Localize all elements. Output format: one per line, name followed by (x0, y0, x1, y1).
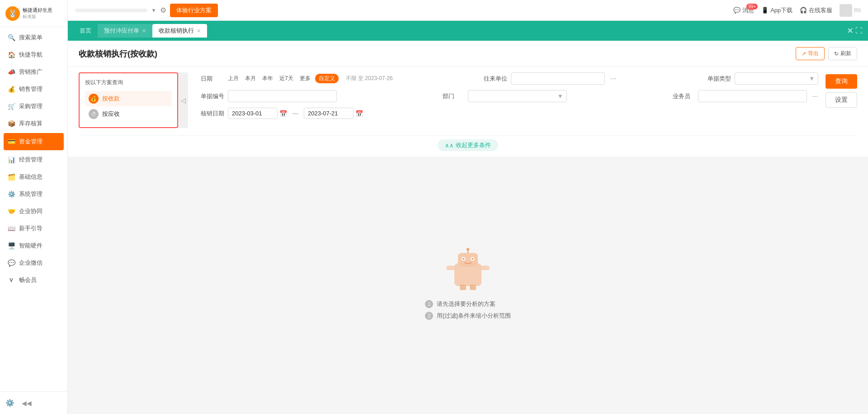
sidebar-item-hardware[interactable]: 🖥️ 智能硬件 (0, 237, 67, 254)
collapse-more-label: 收起更多条件 (456, 141, 491, 149)
topbar-search-display (75, 9, 147, 12)
logo-text-area: 畅捷通好生意 标准版 (23, 7, 52, 19)
refresh-btn[interactable]: ↻ 刷新 (828, 47, 857, 60)
filter-left-panel: 按以下方案查询 💰 按收款 ⏱ 按应收 (79, 72, 178, 128)
sidebar-item-search[interactable]: 🔍 搜索菜单 (0, 29, 67, 46)
tab-prepay-close[interactable]: ✕ (142, 28, 146, 34)
date-tag-custom[interactable]: 自定义 (315, 74, 339, 83)
verify-date-start-input[interactable] (228, 108, 278, 119)
sidebar-item-system[interactable]: ⚙️ 系统管理 (0, 186, 67, 203)
export-btn[interactable]: ↗ 导出 (796, 47, 825, 60)
dept-select[interactable] (468, 90, 567, 102)
sidebar-label-purchase: 采购管理 (19, 102, 42, 110)
voucher-no-input[interactable] (228, 90, 337, 102)
sidebar-item-finance[interactable]: 💳 资金管理 (4, 133, 64, 150)
collapse-sidebar-icon[interactable]: ◀◀ (22, 400, 32, 407)
sidebar-item-base[interactable]: 🗂️ 基础信息 (0, 168, 67, 186)
query-btn[interactable]: 查询 (826, 74, 857, 89)
export-label: 导出 (808, 50, 819, 57)
sidebar-nav: 🔍 搜索菜单 🏠 快捷导航 📣 营销推广 💰 销售管理 🛒 采购管理 📦 库存核… (0, 27, 67, 391)
voucher-type-wrapper: ▼ (735, 72, 818, 85)
date-tag-more[interactable]: 更多 (298, 74, 312, 83)
date-tag-7days[interactable]: 近7天 (278, 74, 295, 83)
counterpart-input[interactable] (511, 72, 604, 85)
empty-state: 1 请先选择要分析的方案 2 用[过滤]条件来缩小分析范围 (68, 157, 868, 414)
expand-btn[interactable]: ⛶ (855, 27, 863, 35)
date-tag-this-month[interactable]: 本月 (243, 74, 258, 83)
tab-verify[interactable]: 收款核销执行 ✕ (152, 24, 207, 38)
filter-option-by-receivable[interactable]: ⏱ 按应收 (85, 106, 172, 122)
header-actions: ↗ 导出 ↻ 刷新 (796, 47, 857, 67)
tab-home[interactable]: 首页 (73, 24, 98, 38)
sidebar-item-operation[interactable]: 📊 经营管理 (0, 151, 67, 168)
action-buttons: 查询 设置 (826, 74, 857, 108)
online-service-label: 在线客服 (809, 6, 832, 14)
date-quick-options: 上月 本月 本年 近7天 更多 自定义 (226, 74, 339, 83)
message-icon: 💬 (733, 7, 741, 14)
online-service-item[interactable]: 🎧 在线客服 (800, 6, 832, 14)
svg-rect-10 (446, 266, 455, 270)
setting-btn[interactable]: 设置 (826, 92, 857, 108)
sidebar-item-sales[interactable]: 💰 销售管理 (0, 81, 67, 98)
topbar-gear-icon[interactable]: ⚙ (160, 6, 166, 14)
operation-icon: 📊 (7, 156, 15, 164)
tab-home-label: 首页 (80, 27, 91, 35)
second-row: 单据编号 部门 ▼ (201, 90, 818, 102)
verify-date-start-wrap: 📅 (228, 108, 287, 119)
filter-panel-title: 按以下方案查询 (85, 79, 172, 86)
sidebar-item-marketing[interactable]: 📣 营销推广 (0, 63, 67, 81)
empty-hint2-text: 用[过滤]条件来缩小分析范围 (437, 312, 510, 320)
verify-date-end-input[interactable] (304, 108, 354, 119)
voucher-no-label: 单据编号 (201, 92, 224, 100)
staff-dots[interactable]: ··· (812, 92, 818, 100)
sidebar-item-guide[interactable]: 📖 新手引导 (0, 220, 67, 237)
close-all-btn[interactable]: ✕ (847, 26, 854, 36)
sidebar-label-marketing: 营销推广 (19, 68, 42, 76)
voucher-type-select[interactable] (735, 72, 818, 85)
refresh-label: 刷新 (840, 50, 851, 57)
topbar: ▼ ⚙ 体验行业方案 💬 消息 99+ 📱 App下载 🎧 在线客服 Rit (68, 0, 868, 21)
date-tag-this-year[interactable]: 本年 (260, 74, 275, 83)
tab-verify-close[interactable]: ✕ (197, 28, 201, 34)
app-download-item[interactable]: 📱 App下载 (761, 6, 793, 14)
svg-rect-8 (460, 285, 466, 290)
settings-footer-icon[interactable]: ⚙️ (5, 399, 14, 407)
message-item[interactable]: 💬 消息 99+ (733, 6, 754, 14)
tab-prepay[interactable]: 预付冲应付单 ✕ (98, 24, 152, 38)
content-area: 收款核销执行(按收款) ↗ 导出 ↻ 刷新 按以下方案查询 💰 (68, 41, 868, 414)
sidebar-item-wechat[interactable]: 💬 企业微信 (0, 254, 67, 271)
empty-hint2: 2 用[过滤]条件来缩小分析范围 (425, 312, 510, 320)
sidebar-item-purchase[interactable]: 🛒 采购管理 (0, 98, 67, 115)
counterpart-label: 往来单位 (484, 75, 507, 83)
sidebar-item-shortcut[interactable]: 🏠 快捷导航 (0, 46, 67, 63)
sidebar: 🐰 畅捷通好生意 标准版 🔍 搜索菜单 🏠 快捷导航 📣 营销推广 💰 销售管理… (0, 0, 68, 414)
svg-point-7 (467, 248, 469, 251)
sidebar-item-collab[interactable]: 🤝 企业协同 (0, 203, 67, 220)
logo-icon: 🐰 (5, 6, 20, 21)
voucher-type-label: 单据类型 (708, 75, 731, 83)
sales-icon: 💰 (7, 85, 15, 93)
date-tag-last-month[interactable]: 上月 (226, 74, 241, 83)
industry-btn[interactable]: 体验行业方案 (170, 4, 218, 17)
tab-verify-label: 收款核销执行 (159, 27, 194, 35)
sidebar-item-member[interactable]: V 畅会员 (0, 271, 67, 289)
verify-date-start-cal[interactable]: 📅 (279, 110, 287, 117)
page-title: 收款核销执行(按收款) (79, 48, 157, 66)
filter-fields: 日期 上月 本月 本年 近7天 更多 自定义 (201, 72, 818, 119)
empty-hint1: 1 请先选择要分析的方案 (425, 300, 510, 308)
user-name: Rit (854, 7, 861, 14)
filter-option-by-receipt[interactable]: 💰 按收款 (85, 91, 172, 106)
sidebar-label-guide: 新手引导 (19, 224, 42, 233)
filter-row-1: 日期 上月 本月 本年 近7天 更多 自定义 (201, 72, 857, 119)
sidebar-label-system: 系统管理 (19, 190, 42, 198)
counterpart-dots[interactable]: ··· (610, 75, 616, 83)
collapse-filter-btn[interactable]: ◁ (178, 72, 188, 128)
filter-main: 按以下方案查询 💰 按收款 ⏱ 按应收 ◁ (79, 67, 857, 133)
shortcut-icon: 🏠 (7, 51, 15, 59)
sidebar-item-inventory[interactable]: 📦 库存核算 (0, 115, 67, 132)
collapse-more-btn[interactable]: ∧∧ 收起更多条件 (438, 139, 498, 151)
dept-label: 部门 (443, 92, 464, 100)
topbar-dropdown-icon[interactable]: ▼ (151, 7, 156, 14)
verify-date-end-cal[interactable]: 📅 (355, 110, 363, 117)
staff-input[interactable] (698, 90, 807, 102)
